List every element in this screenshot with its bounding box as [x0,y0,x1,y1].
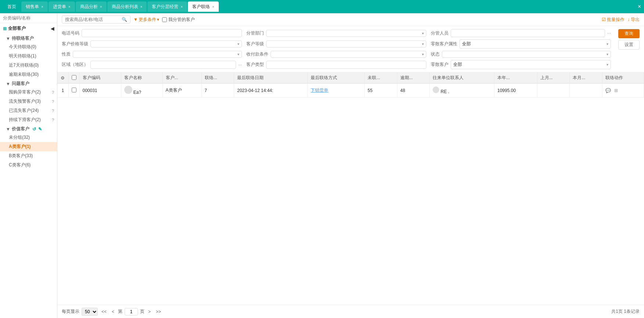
export-icon: ↓ [627,17,630,22]
select-all-checkbox[interactable] [72,75,76,80]
tab-customer-contact[interactable]: 客户联络 × [188,1,219,12]
sidebar-item-class-a[interactable]: A类客户(1) [0,142,57,151]
page-number-input[interactable] [125,308,138,315]
nature-chevron-icon: ▾ [237,52,239,56]
home-tab[interactable]: 首页 [3,1,21,12]
tab-customer-tier[interactable]: 客户分层经营 × [147,1,187,12]
grid-icon: ⊞ [3,26,7,31]
sidebar-item-7day-pending[interactable]: 近7天待联络(0) [0,61,57,70]
phone-input[interactable] [82,29,242,37]
sidebar-collapse-icon: ◀ [51,26,54,31]
next-last-btn[interactable]: >> [154,309,162,314]
customer-type-input[interactable] [266,61,426,69]
help-icon-declining[interactable]: ? [52,118,54,122]
retail-attr-chevron-icon: ▾ [607,42,608,46]
dept-chevron-icon: ▾ [422,31,424,35]
row-overdue: 48 [397,84,430,98]
status-select[interactable]: ▾ [442,51,611,58]
search-icon[interactable]: 🔍 [122,17,127,22]
edit-icon[interactable]: ✎ [38,127,42,132]
query-button[interactable]: 查询 [618,29,640,38]
region-ellipsis-btn[interactable]: ··· [238,62,242,67]
sidebar-item-ungrouped[interactable]: 未分组(32) [0,133,57,142]
close-customer-contact-icon[interactable]: × [212,5,214,9]
sidebar-item-declining[interactable]: 持续下滑客户(2) ? [0,115,57,124]
close-product-analysis-list-icon[interactable]: × [140,5,143,9]
my-customers-checkbox[interactable]: 我分管的客户 [162,17,195,23]
prev-first-btn[interactable]: << [100,309,108,314]
tab-product-analysis[interactable]: 商品分析 × [76,1,107,12]
nature-select[interactable]: ▾ [73,51,242,58]
filter-bar: 🔍 ▼ 更多条件 ▾ 我分管的客户 ☑ 批量操作 ↓ 导出 [57,13,644,26]
col-settings[interactable]: ⚙ [57,73,68,84]
pagination: 每页显示 50 << < 第 页 > >> [62,308,162,316]
row-checkbox[interactable] [72,88,76,92]
last-contact-link[interactable]: 下销货单 [311,88,328,93]
payment-select[interactable]: ▾ [271,51,426,58]
close-purchase-order-icon[interactable]: × [68,5,71,9]
refresh-icon[interactable]: ↺ [32,127,36,132]
col-name: 客户名称 [121,73,162,84]
my-customers-check[interactable] [162,17,167,22]
avatar [124,86,132,94]
help-icon-lost[interactable]: ? [52,109,54,113]
search-input[interactable] [65,17,120,22]
sidebar-item-class-b[interactable]: B类客户(33) [0,151,57,160]
retail-customer-chevron-icon: ▾ [607,63,608,67]
row-last-contact-method[interactable]: 下销货单 [308,84,365,98]
row-code: 000031 [79,84,121,98]
sidebar-search-area: 🔍 [0,13,57,23]
sidebar-item-class-c[interactable]: C类客户(6) [0,160,57,170]
help-icon-lost-warning[interactable]: ? [52,99,54,104]
prev-btn[interactable]: < [110,309,116,314]
price-level-select[interactable]: ▾ [90,40,242,47]
close-customer-tier-icon[interactable]: × [180,5,183,9]
per-page-select[interactable]: 50 [82,308,98,316]
window-close-icon[interactable]: × [638,3,641,10]
filter-row-4: 区域（地区） ··· 客户类型 零散客户 全部 ▾ [62,60,615,69]
export-btn[interactable]: ↓ 导出 [627,17,640,23]
batch-op-btn[interactable]: ☑ 批量操作 [602,17,625,23]
filter-cell-phone: 电话号码 [62,29,246,37]
sidebar-item-lost[interactable]: 已流失客户(24) ? [0,106,57,115]
setting-button[interactable]: 设置 [618,40,640,50]
retail-customer-select[interactable]: 全部 ▾ [451,60,611,69]
tab-product-analysis-list[interactable]: 商品分析列表 × [107,1,147,12]
sidebar-item-tomorrow-pending[interactable]: 明天待联络(1) [0,52,57,61]
tab-sales-order[interactable]: 销售单 × [21,1,48,12]
sidebar-all-customers[interactable]: ⊞ 全部客户 ◀ [0,23,57,34]
region-input[interactable] [90,61,236,69]
chevron-down-icon: ▼ [6,36,10,41]
tab-purchase-order[interactable]: 进货单 × [49,1,75,12]
sidebar-item-today-pending[interactable]: 今天待联络(0) [0,42,57,52]
person-ellipsis-btn[interactable]: ··· [607,31,611,36]
close-product-analysis-icon[interactable]: × [100,5,102,9]
sidebar-search-input[interactable] [3,15,57,21]
help-icon-abnormal[interactable]: ? [52,90,54,95]
row-last-contact-date: 2023-04-12 14:44: [234,84,308,98]
retail-attr-select[interactable]: 全部 ▾ [459,39,611,49]
qrcode-icon[interactable]: ⊞ [614,88,618,93]
payment-chevron-icon: ▾ [422,52,424,56]
comment-icon[interactable]: 💬 [605,88,611,93]
col-last-contact-date: 最后联络日期 [234,73,308,84]
filter-row-1: 电话号码 分管部门 ▾ 分管人员 [62,29,615,37]
more-filters-btn[interactable]: ▼ 更多条件 ▾ [133,17,159,23]
row-index: 1 [57,84,68,98]
dept-select[interactable]: ▾ [266,30,426,37]
row-contact-count: 7 [201,84,234,98]
row-checkbox-cell[interactable] [68,84,79,98]
sidebar-item-overdue-pending[interactable]: 逾期未联络(30) [0,70,57,79]
sidebar-item-lost-warning[interactable]: 流失预警客户(3) ? [0,97,57,106]
row-not-contacted: 55 [365,84,397,98]
col-checkbox[interactable] [68,73,79,84]
filter-actions: 查询 设置 [615,29,640,69]
next-btn[interactable]: > [147,309,152,314]
row-this-year: 10995.00 [494,84,537,98]
person-input[interactable] [451,29,605,37]
customer-level-select[interactable]: ▾ [266,40,426,47]
sidebar-item-abnormal[interactable]: 囤购异常客户(2) ? [0,88,57,97]
close-sales-order-icon[interactable]: × [41,5,43,9]
settings-icon[interactable]: ⚙ [61,75,65,81]
col-code: 客户编码 [79,73,121,84]
